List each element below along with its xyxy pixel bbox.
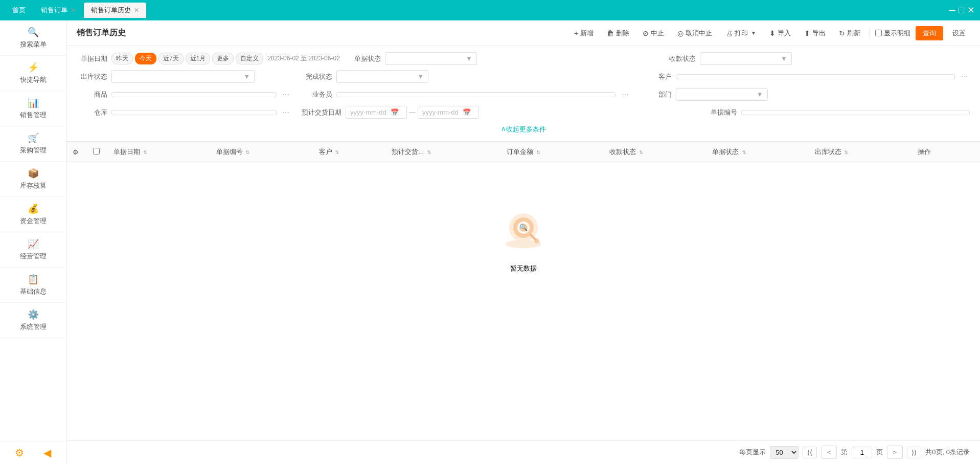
filter-salesperson: 业务员 ··· — [302, 90, 631, 99]
refresh-icon: ↻ — [839, 29, 845, 37]
refresh-btn[interactable]: ↻ 刷新 — [835, 27, 864, 40]
filter-doc-number: 单据编号 — [706, 108, 970, 117]
sidebar-settings-btn[interactable]: ⚙ — [15, 447, 24, 459]
delivery-date-end[interactable]: yyyy-mm-dd 📅 — [418, 106, 479, 119]
toolbar: + 新增 🗑 删除 ⊘ 中止 ◎ 取消中止 🖨 打印 — [570, 26, 970, 40]
total-label: 共0页, 0条记录 — [925, 448, 970, 457]
filter-customer-label: 客户 — [641, 72, 672, 81]
tab-sales-order-label: 销售订单 — [41, 6, 67, 15]
filter-complete-status-label: 完成状态 — [302, 72, 332, 81]
collapse-row[interactable]: ∧ 收起更多条件 — [77, 124, 970, 135]
warehouse-dots-btn[interactable]: ··· — [281, 108, 291, 117]
date-pill-custom[interactable]: 自定义 — [236, 53, 263, 64]
export-btn[interactable]: ⬆ 导出 — [800, 27, 830, 40]
sidebar-item-search-menu-label: 搜索菜单 — [20, 40, 47, 49]
next-page-btn[interactable]: ＞ — [887, 446, 903, 459]
sidebar-item-search-menu[interactable]: 🔍 搜索菜单 — [0, 20, 66, 56]
filter-row-1: 单据日期 昨天 今天 近7天 近1月 更多 自定义 2023-06-02 至 2… — [77, 52, 970, 65]
filter-warehouse-input[interactable] — [111, 110, 277, 115]
table-footer: 每页显示 10 20 50 100 ⟨⟨ ＜ 第 页 ＞ ⟩⟩ 共0页, 0条记… — [66, 440, 980, 464]
window-close-btn[interactable]: ✕ — [967, 6, 975, 15]
tab-sales-order-close[interactable]: ✕ — [71, 7, 76, 14]
date-pill-yesterday[interactable]: 昨天 — [111, 53, 133, 64]
show-detail-checkbox[interactable] — [875, 30, 882, 36]
filter-doc-status-select[interactable]: ▼ — [385, 52, 477, 65]
sidebar-item-inventory[interactable]: 📦 库存核算 — [0, 162, 66, 197]
cancel-stop-btn[interactable]: ◎ 取消中止 — [673, 27, 716, 40]
sidebar-item-base-info[interactable]: 📋 基础信息 — [0, 268, 66, 303]
last-page-btn[interactable]: ⟩⟩ — [907, 447, 921, 458]
purchase-icon: 🛒 — [28, 132, 39, 144]
tab-home-label: 首页 — [12, 6, 26, 15]
filter-salesperson-input[interactable] — [336, 92, 616, 97]
stop-btn-label: 中止 — [651, 29, 664, 38]
product-dots-btn[interactable]: ··· — [281, 90, 291, 99]
date-pill-7days[interactable]: 近7天 — [158, 53, 184, 64]
date-pill-today[interactable]: 今天 — [135, 53, 156, 64]
sidebar-item-system[interactable]: ⚙️ 系统管理 — [0, 303, 66, 338]
sidebar-item-quick-nav[interactable]: ⚡ 快捷导航 — [0, 56, 66, 91]
filter-dept-select[interactable]: ▼ — [676, 88, 768, 101]
tab-sales-order[interactable]: 销售订单 ✕ — [34, 3, 83, 18]
th-amount[interactable]: 订单金额 ⇅ — [500, 142, 603, 162]
first-page-btn[interactable]: ⟨⟨ — [803, 447, 817, 458]
sidebar-item-sales[interactable]: 📊 销售管理 — [0, 91, 66, 126]
tab-home[interactable]: 首页 — [5, 3, 33, 18]
stop-btn[interactable]: ⊘ 中止 — [639, 27, 668, 40]
th-stock-status[interactable]: 出库状态 ⇅ — [809, 142, 911, 162]
filter-complete-status-select[interactable]: ▼ — [336, 70, 428, 83]
th-operation: 操作 — [911, 142, 981, 162]
new-btn[interactable]: + 新增 — [570, 27, 598, 40]
sidebar-item-operation[interactable]: 📈 经营管理 — [0, 232, 66, 268]
delete-btn-label: 删除 — [616, 29, 629, 38]
salesperson-dots-btn[interactable]: ··· — [620, 90, 630, 99]
show-detail-text: 显示明细 — [884, 29, 910, 38]
filter-receipt-status-select[interactable]: ▼ — [700, 52, 792, 65]
window-maximize-btn[interactable]: □ — [959, 6, 964, 15]
th-check[interactable] — [87, 142, 107, 162]
collapse-label: 收起更多条件 — [506, 125, 546, 134]
select-all-checkbox[interactable] — [93, 148, 100, 154]
th-settings[interactable]: ⚙ — [66, 142, 87, 162]
filter-warehouse-label: 仓库 — [77, 108, 107, 117]
date-pill-1month[interactable]: 近1月 — [186, 53, 211, 64]
query-btn[interactable]: 查询 — [916, 26, 943, 40]
page-size-select[interactable]: 10 20 50 100 — [770, 446, 799, 459]
delivery-date-range: yyyy-mm-dd 📅 — yyyy-mm-dd 📅 — [346, 106, 479, 119]
date-pill-more[interactable]: 更多 — [212, 53, 234, 64]
th-delivery[interactable]: 预计交货... ⇅ — [385, 142, 500, 162]
window-minimize-btn[interactable]: ─ — [949, 6, 955, 15]
delivery-date-start[interactable]: yyyy-mm-dd 📅 — [346, 106, 407, 119]
page-input[interactable] — [852, 447, 872, 458]
prev-page-btn[interactable]: ＜ — [821, 446, 837, 459]
chevron-down-icon-5: ▼ — [757, 91, 763, 98]
sidebar-item-finance[interactable]: 💰 资金管理 — [0, 197, 66, 232]
base-info-icon: 📋 — [28, 274, 39, 285]
filter-stock-status-select[interactable]: ▼ — [111, 70, 255, 83]
show-detail-label: 显示明细 — [875, 29, 910, 38]
th-date[interactable]: 单据日期 ⇅ — [107, 142, 210, 162]
filter-date-control: 昨天 今天 近7天 近1月 更多 自定义 2023-06-02 至 2023-0… — [111, 53, 340, 64]
th-doc-status[interactable]: 单据状态 ⇅ — [706, 142, 809, 162]
print-btn[interactable]: 🖨 打印 ▼ — [721, 27, 760, 40]
page-title: 销售订单历史 — [77, 28, 126, 38]
import-btn[interactable]: ⬇ 导入 — [765, 27, 795, 40]
filter-doc-number-input[interactable] — [741, 110, 970, 115]
th-customer[interactable]: 客户 ⇅ — [313, 142, 386, 162]
filter-product-input[interactable] — [111, 92, 277, 97]
filter-customer-input[interactable] — [676, 74, 955, 79]
tab-sales-order-history[interactable]: 销售订单历史 ✕ — [84, 3, 146, 18]
filter-row-2: 出库状态 ▼ 完成状态 ▼ 客户 — [77, 70, 970, 83]
settings-btn[interactable]: 设置 — [948, 27, 970, 40]
th-number[interactable]: 单据编号 ⇅ — [210, 142, 313, 162]
sidebar-collapse-btn[interactable]: ◀ — [43, 447, 51, 459]
customer-dots-btn[interactable]: ··· — [959, 72, 970, 81]
operation-icon: 📈 — [28, 238, 39, 250]
main-layout: 🔍 搜索菜单 ⚡ 快捷导航 📊 销售管理 🛒 采购管理 📦 库存核算 💰 资金管… — [0, 20, 980, 464]
filter-delivery-date-label: 预计交货日期 — [302, 108, 341, 117]
import-btn-label: 导入 — [778, 29, 791, 38]
th-receipt-status[interactable]: 收款状态 ⇅ — [603, 142, 706, 162]
delete-btn[interactable]: 🗑 删除 — [603, 27, 633, 40]
sidebar-item-purchase[interactable]: 🛒 采购管理 — [0, 126, 66, 162]
tab-sales-order-history-close[interactable]: ✕ — [134, 7, 139, 14]
